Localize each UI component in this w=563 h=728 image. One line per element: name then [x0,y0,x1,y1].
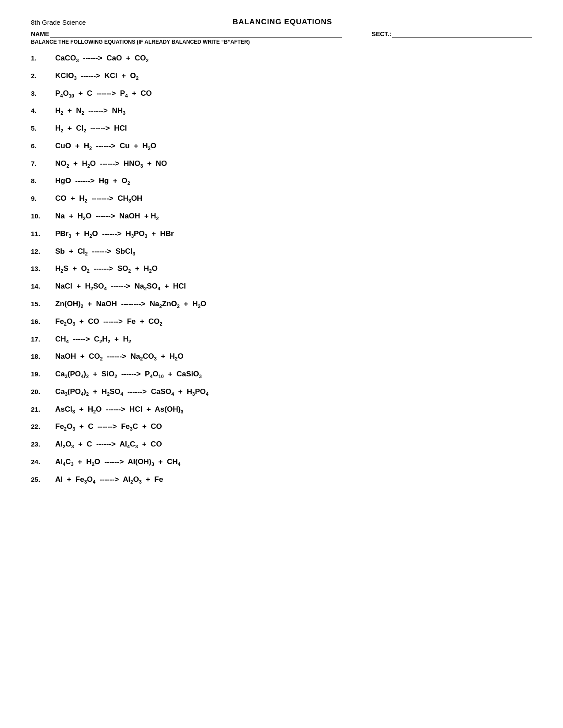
equation-row: 19.Ca3(PO4)2 + SiO2 ------> P4O10 + CaSi… [31,369,532,380]
equation-content: NO2 + H2O ------> HNO3 + NO [55,158,167,170]
equation-number: 17. [31,334,55,344]
equation-content: H2 + N2 ------> NH3 [55,105,125,117]
equation-content: Ca3(PO4)2 + H2SO4 ------> CaSO4 + H3PO4 [55,387,208,398]
equation-row: 10.Na + H2O ------> NaOH + H2 [31,211,532,222]
equation-row: 8.HgO ------> Hg + O2 [31,176,532,187]
equation-row: 15.Zn(OH)2 + NaOH --------> Na2ZnO2 + H2… [31,299,532,310]
equation-number: 1. [31,53,55,63]
equation-row: 13.H2S + O2 ------> SO2 + H2O [31,263,532,275]
equation-number: 21. [31,405,55,414]
equation-content: CO + H2 -------> CH3OH [55,193,142,205]
worksheet-title: BALANCING EQUATIONS [233,18,333,26]
equation-content: Na + H2O ------> NaOH + H2 [55,211,159,222]
equation-content: CuO + H2 ------> Cu + H2O [55,141,156,152]
equation-content: Zn(OH)2 + NaOH --------> Na2ZnO2 + H2O [55,299,206,310]
equation-content: KClO3 ------> KCl + O2 [55,71,139,82]
equation-row: 20.Ca3(PO4)2 + H2SO4 ------> CaSO4 + H3P… [31,387,532,398]
equation-number: 5. [31,124,55,133]
equation-row: 16.Fe2O3 + CO ------> Fe + CO2 [31,316,532,328]
equation-number: 4. [31,106,55,115]
equation-number: 14. [31,281,55,291]
equation-row: 21.AsCl3 + H2O ------> HCl + As(OH)3 [31,404,532,416]
equation-content: P4O10 + C ------> P4 + CO [55,88,152,100]
equation-row: 14.NaCl + H2SO4 ------> Na2SO4 + HCl [31,281,532,293]
equation-row: 24.Al4C3 + H2O ------> Al(OH)3 + CH4 [31,457,532,468]
equation-number: 6. [31,141,55,150]
equation-row: 25.Al + Fe3O4 ------> Al2O3 + Fe [31,474,532,486]
equation-content: AsCl3 + H2O ------> HCl + As(OH)3 [55,404,183,416]
equation-row: 4.H2 + N2 ------> NH3 [31,105,532,117]
instruction-text: BALANCE THE FOLLOWING EQUATIONS (IF ALRE… [31,39,532,45]
equation-content: H2 + Cl2 ------> HCl [55,123,127,135]
equation-content: NaCl + H2SO4 ------> Na2SO4 + HCl [55,281,186,293]
equation-content: Sb + Cl2 ------> SbCl3 [55,246,135,258]
equation-content: CH4 -----> C2H2 + H2 [55,334,131,345]
equation-content: Al2O3 + C ------> Al4C3 + CO [55,439,162,450]
equation-row: 22.Fe2O3 + C ------> Fe3C + CO [31,421,532,433]
equation-number: 3. [31,89,55,98]
name-label: NAME [31,30,49,38]
equation-content: Fe2O3 + CO ------> Fe + CO2 [55,316,162,328]
equation-row: 6.CuO + H2 ------> Cu + H2O [31,141,532,152]
equation-number: 9. [31,194,55,203]
equation-number: 19. [31,369,55,379]
equation-number: 18. [31,352,55,361]
equation-content: CaCO3 ------> CaO + CO2 [55,53,149,64]
equation-row: 5.H2 + Cl2 ------> HCl [31,123,532,135]
equation-number: 13. [31,264,55,273]
equation-number: 10. [31,211,55,221]
equation-number: 7. [31,159,55,168]
equation-row: 3.P4O10 + C ------> P4 + CO [31,88,532,100]
equation-content: H2S + O2 ------> SO2 + H2O [55,263,158,275]
subject-label: 8th Grade Science [31,19,86,26]
equation-row: 18.NaOH + CO2 ------> Na2CO3 + H2O [31,351,532,363]
equation-row: 9.CO + H2 -------> CH3OH [31,193,532,205]
equation-row: 1.CaCO3 ------> CaO + CO2 [31,53,532,64]
equation-content: NaOH + CO2 ------> Na2CO3 + H2O [55,351,183,363]
equation-row: 23.Al2O3 + C ------> Al4C3 + CO [31,439,532,450]
equation-row: 17.CH4 -----> C2H2 + H2 [31,334,532,345]
equation-row: 11.PBr3 + H2O ------> H3PO3 + HBr [31,229,532,240]
equation-number: 25. [31,475,55,484]
equation-number: 24. [31,457,55,466]
equation-row: 12.Sb + Cl2 ------> SbCl3 [31,246,532,258]
equation-number: 11. [31,229,55,238]
equation-number: 16. [31,317,55,326]
equation-number: 12. [31,247,55,256]
equation-content: Al4C3 + H2O ------> Al(OH)3 + CH4 [55,457,181,468]
equation-number: 20. [31,387,55,396]
equation-number: 22. [31,422,55,431]
equation-row: 2.KClO3 ------> KCl + O2 [31,71,532,82]
sect-label: SECT.: [372,30,391,38]
equation-number: 8. [31,176,55,185]
equation-content: PBr3 + H2O ------> H3PO3 + HBr [55,229,174,240]
equation-content: HgO ------> Hg + O2 [55,176,130,187]
equation-number: 23. [31,439,55,449]
equation-content: Ca3(PO4)2 + SiO2 ------> P4O10 + CaSiO3 [55,369,202,380]
equation-content: Fe2O3 + C ------> Fe3C + CO [55,421,162,433]
equation-number: 2. [31,71,55,80]
equation-content: Al + Fe3O4 ------> Al2O3 + Fe [55,474,163,486]
equation-number: 15. [31,299,55,308]
equation-row: 7.NO2 + H2O ------> HNO3 + NO [31,158,532,170]
